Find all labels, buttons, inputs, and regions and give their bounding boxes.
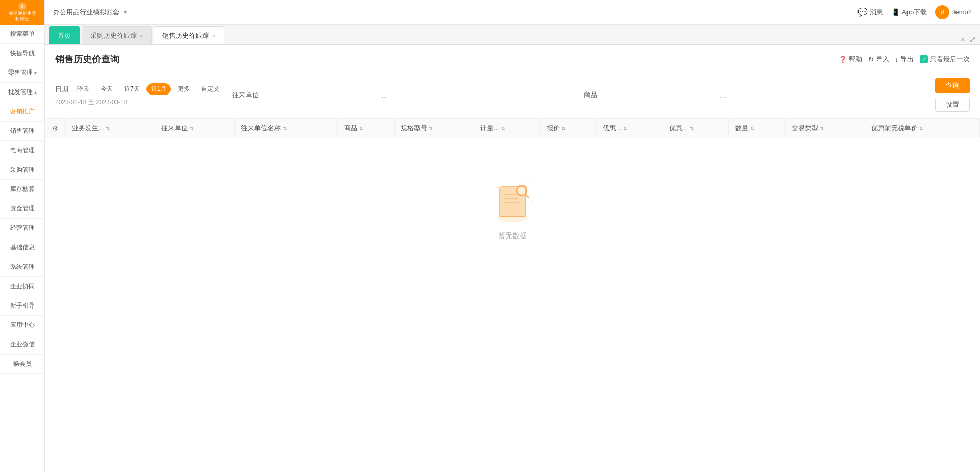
- sidebar-purchase-label: 采购管理: [10, 166, 35, 173]
- goods-filter-label: 商品: [584, 90, 597, 100]
- sort-icon-spec: ⇅: [429, 126, 433, 131]
- sidebar-item-quicknav[interactable]: 快捷导航: [0, 44, 44, 63]
- empty-state: ✦ ✦ ✦ 暂无数据: [45, 138, 980, 281]
- tab-home-label: 首页: [58, 31, 71, 40]
- date-btn-last1month[interactable]: 近1月: [146, 83, 172, 95]
- date-btn-yesterday[interactable]: 昨天: [72, 83, 94, 95]
- col-discount1[interactable]: 优惠... ⇅: [597, 119, 663, 138]
- sidebar-marketing-label: 营销推广: [10, 108, 35, 115]
- tab-purchase-history-close[interactable]: ×: [140, 33, 143, 39]
- user-name: demo2: [951, 8, 972, 16]
- sort-icon-partner-name: ⇅: [283, 126, 287, 131]
- partner-dots-button[interactable]: ...: [379, 90, 390, 100]
- topbar-dropdown-icon[interactable]: ▾: [124, 9, 127, 16]
- message-button[interactable]: 💬 消息: [857, 7, 883, 17]
- sort-icon-partner: ⇅: [190, 126, 194, 131]
- col-biz-date[interactable]: 业务发生... ⇅: [65, 119, 155, 138]
- sidebar-item-ecommerce[interactable]: 电商管理: [0, 141, 44, 160]
- sidebar-sales-label: 销售管理: [10, 127, 35, 134]
- sidebar-item-enterprise[interactable]: 企业协同: [0, 277, 44, 296]
- sidebar-item-purchase[interactable]: 采购管理: [0, 160, 44, 180]
- svg-line-10: [525, 194, 529, 198]
- col-partner-code[interactable]: 往来单位 ⇅: [155, 119, 234, 138]
- partner-filter-input[interactable]: [263, 89, 375, 101]
- sidebar-ecommerce-label: 电商管理: [10, 147, 35, 154]
- sidebar-item-newbie[interactable]: 新手引导: [0, 296, 44, 316]
- goods-dots-button[interactable]: ...: [718, 90, 728, 100]
- date-btn-last7days[interactable]: 近7天: [119, 83, 144, 95]
- window-controls: × ⤢: [961, 35, 976, 44]
- svg-text:✦: ✦: [530, 200, 532, 203]
- sort-icon-quantity: ⇅: [750, 126, 754, 131]
- sidebar-item-marketing[interactable]: 营销推广: [0, 102, 44, 122]
- tab-sales-history[interactable]: 销售历史价跟踪 ×: [154, 26, 224, 44]
- filter-bar: 日期 昨天 今天 近7天 近1月 更多 自定义 2023-02-18 至 202…: [45, 72, 980, 119]
- col-quote-price[interactable]: 报价 ⇅: [540, 119, 596, 138]
- col-trade-type[interactable]: 交易类型 ⇅: [785, 119, 865, 138]
- settings-button[interactable]: 设置: [935, 98, 970, 112]
- goods-filter-input[interactable]: [601, 89, 714, 101]
- tab-purchase-history-label: 采购历史价跟踪: [90, 31, 137, 40]
- sidebar: 6 畅捷通好生意 标准版 搜索菜单 快捷导航 零售管理 ▾ 批发管理 ▴ 营销推…: [0, 0, 45, 472]
- svg-point-9: [518, 187, 525, 194]
- date-btn-more[interactable]: 更多: [173, 83, 194, 95]
- sort-icon-goods: ⇅: [359, 126, 363, 131]
- help-button[interactable]: ❓ 帮助: [839, 55, 862, 64]
- col-settings[interactable]: ⚙: [45, 119, 65, 138]
- sidebar-wholesale-label: 批发管理: [8, 88, 33, 97]
- query-button[interactable]: 查询: [935, 78, 970, 93]
- message-icon: 💬: [857, 7, 868, 17]
- sort-icon-biz-date: ⇅: [106, 126, 110, 131]
- topbar-title: 办公用品行业模拟账套: [53, 8, 119, 17]
- col-quantity[interactable]: 数量 ⇅: [729, 119, 785, 138]
- user-profile[interactable]: d demo2: [935, 5, 972, 19]
- sidebar-item-search[interactable]: 搜索菜单: [0, 25, 44, 44]
- tab-purchase-history[interactable]: 采购历史价跟踪 ×: [82, 26, 152, 44]
- app-logo-text: 畅捷通好生意 标准版: [9, 11, 36, 22]
- col-discount2[interactable]: 优惠... ⇅: [663, 119, 729, 138]
- sidebar-item-sales[interactable]: 销售管理: [0, 122, 44, 141]
- data-table: ⚙ 业务发生... ⇅ 往来单位 ⇅ 往来单位名称 ⇅ 商品 ⇅: [45, 119, 980, 138]
- export-button[interactable]: ↓ 导出: [895, 55, 914, 64]
- date-range-display: 2023-02-18 至 2023-03-18: [55, 98, 224, 107]
- date-filter-group: 日期 昨天 今天 近7天 近1月 更多 自定义 2023-02-18 至 202…: [55, 83, 224, 107]
- export-icon: ↓: [895, 56, 899, 63]
- sidebar-item-wechat[interactable]: 企业微信: [0, 335, 44, 355]
- sidebar-item-finance[interactable]: 资金管理: [0, 199, 44, 219]
- date-btn-custom[interactable]: 自定义: [197, 83, 224, 95]
- window-maximize-button[interactable]: ⤢: [969, 35, 976, 44]
- import-icon: ↻: [868, 56, 874, 63]
- app-download-button[interactable]: 📱 App下载: [891, 8, 927, 17]
- sidebar-item-wholesale[interactable]: 批发管理 ▴: [0, 83, 44, 102]
- settings-icon: ⚙: [52, 125, 58, 132]
- svg-text:✦: ✦: [496, 186, 500, 191]
- tab-home[interactable]: 首页: [49, 26, 80, 44]
- sidebar-item-retail[interactable]: 零售管理 ▾: [0, 63, 44, 83]
- sidebar-item-apps[interactable]: 应用中心: [0, 316, 44, 335]
- only-last-checkbox[interactable]: ✓ 只看最后一次: [920, 55, 970, 64]
- col-partner-name[interactable]: 往来单位名称 ⇅: [235, 119, 338, 138]
- tab-sales-history-close[interactable]: ×: [212, 33, 215, 39]
- svg-rect-6: [504, 198, 518, 199]
- date-filter-label: 日期: [55, 85, 68, 94]
- sidebar-item-basic[interactable]: 基础信息: [0, 238, 44, 257]
- date-btn-today[interactable]: 今天: [96, 83, 117, 95]
- sidebar-search-label: 搜索菜单: [10, 30, 35, 37]
- col-goods[interactable]: 商品 ⇅: [338, 119, 394, 138]
- sidebar-logo: 6 畅捷通好生意 标准版: [0, 0, 44, 25]
- avatar-initials: d: [941, 9, 944, 15]
- window-close-button[interactable]: ×: [961, 35, 965, 44]
- sidebar-item-vip[interactable]: 畅会员: [0, 355, 44, 374]
- sidebar-item-inventory[interactable]: 库存核算: [0, 180, 44, 199]
- col-unit[interactable]: 计量... ⇅: [474, 119, 541, 138]
- sidebar-apps-label: 应用中心: [10, 321, 35, 328]
- sidebar-item-system[interactable]: 系统管理: [0, 257, 44, 277]
- page-header: 销售历史价查询 ❓ 帮助 ↻ 导入 ↓ 导出 ✓ 只: [45, 45, 980, 72]
- col-price-no-tax[interactable]: 优惠前无税单价 ⇅: [865, 119, 979, 138]
- sidebar-enterprise-label: 企业协同: [10, 282, 35, 290]
- col-spec[interactable]: 规格型号 ⇅: [394, 119, 474, 138]
- import-button[interactable]: ↻ 导入: [868, 55, 889, 64]
- app-download-icon: 📱: [891, 8, 900, 16]
- sidebar-item-operations[interactable]: 经营管理: [0, 219, 44, 238]
- empty-text: 暂无数据: [498, 231, 527, 241]
